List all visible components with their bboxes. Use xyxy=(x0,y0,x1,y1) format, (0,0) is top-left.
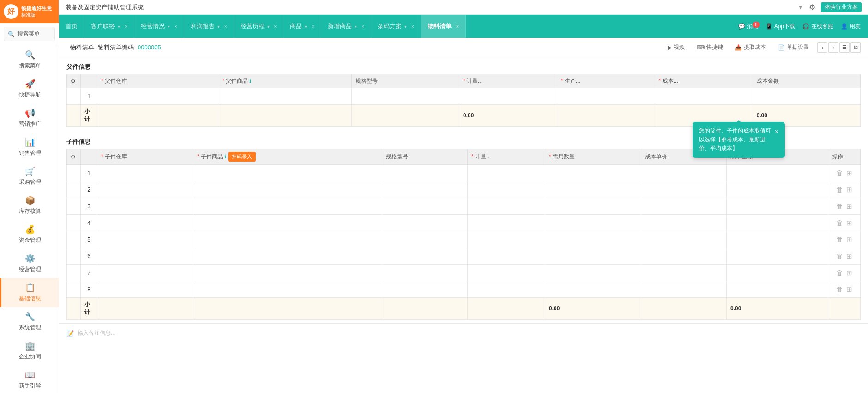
child-cell-cost-amount-3[interactable] xyxy=(727,198,828,215)
tab-close-new-goods[interactable]: × xyxy=(362,24,364,29)
copy-icon-8[interactable]: ⊞ xyxy=(846,285,852,293)
parent-cell-spec[interactable] xyxy=(351,88,459,105)
gear-icon[interactable]: ⚙ xyxy=(809,3,815,12)
parent-cell-cost-amount[interactable] xyxy=(753,88,860,105)
child-cell-unit-1[interactable] xyxy=(468,165,545,181)
child-cell-cost-amount-6[interactable] xyxy=(727,248,828,265)
tab-new-goods[interactable]: 新增商品▾× xyxy=(321,15,371,38)
list-view-btn[interactable]: ☰ xyxy=(839,42,850,53)
child-cell-warehouse-4[interactable] xyxy=(97,215,193,231)
child-cell-cost-amount-4[interactable] xyxy=(727,215,828,231)
child-cell-warehouse-2[interactable] xyxy=(97,181,193,198)
tab-close-goods[interactable]: × xyxy=(312,24,314,29)
message-btn[interactable]: 💬 消息 6 xyxy=(738,23,758,30)
child-cell-cost-amount-5[interactable] xyxy=(727,231,828,248)
tab-barcode[interactable]: 条码方案▾× xyxy=(371,15,421,38)
child-cell-unit-cost-2[interactable] xyxy=(641,181,726,198)
child-cell-spec-3[interactable] xyxy=(382,198,467,215)
tab-bom[interactable]: 物料清单× xyxy=(421,15,466,38)
sidebar-item-sales[interactable]: 📊销售管理 xyxy=(0,133,59,162)
child-cell-unit-3[interactable] xyxy=(468,198,545,215)
search-menu-button[interactable]: 🔍 搜索菜单 xyxy=(4,27,55,41)
sidebar-item-company[interactable]: 🏢企业协同 xyxy=(0,336,59,365)
child-cell-qty-1[interactable] xyxy=(545,165,641,181)
tab-close-profit[interactable]: × xyxy=(224,24,227,29)
child-cell-goods-8[interactable] xyxy=(193,281,382,298)
online-service-btn[interactable]: 🎧 在线客服 xyxy=(802,23,833,30)
sidebar-item-warehouse[interactable]: 📦库存核算 xyxy=(0,191,59,220)
delete-icon-6[interactable]: 🗑 xyxy=(836,252,843,260)
child-cell-spec-5[interactable] xyxy=(382,231,467,248)
tab-home[interactable]: 首页 xyxy=(59,15,84,38)
copy-icon-5[interactable]: ⊞ xyxy=(846,236,852,243)
copy-icon-2[interactable]: ⊞ xyxy=(846,186,852,193)
experience-btn[interactable]: 体验行业方案 xyxy=(821,2,862,12)
child-cell-goods-3[interactable] xyxy=(193,198,382,215)
child-cell-unit-6[interactable] xyxy=(468,248,545,265)
tab-profit[interactable]: 利润报告▾× xyxy=(184,15,234,38)
sidebar-item-finance[interactable]: 💰资金管理 xyxy=(0,220,59,249)
tab-operations[interactable]: 经营情况▾× xyxy=(134,15,184,38)
child-cell-warehouse-6[interactable] xyxy=(97,248,193,265)
child-cell-unit-cost-8[interactable] xyxy=(641,281,726,298)
child-cell-unit-cost-5[interactable] xyxy=(641,231,726,248)
prev-arrow[interactable]: ‹ xyxy=(817,42,827,53)
child-cell-goods-4[interactable] xyxy=(193,215,382,231)
child-cell-unit-cost-1[interactable] xyxy=(641,165,726,181)
child-cell-warehouse-8[interactable] xyxy=(97,281,193,298)
delete-icon-1[interactable]: 🗑 xyxy=(836,169,843,177)
child-cell-goods-1[interactable] xyxy=(193,165,382,181)
col-settings-icon[interactable]: ⚙ xyxy=(71,78,76,85)
copy-icon-7[interactable]: ⊞ xyxy=(846,269,852,277)
sidebar-item-search[interactable]: 🔍搜索菜单 xyxy=(0,45,59,74)
extract-cost-btn[interactable]: 📥 提取成本 xyxy=(731,42,770,53)
child-cell-warehouse-1[interactable] xyxy=(97,165,193,181)
copy-icon-3[interactable]: ⊞ xyxy=(846,202,852,210)
parent-cell-cost[interactable] xyxy=(655,88,753,105)
parent-cell-unit[interactable] xyxy=(459,88,557,105)
child-cell-unit-cost-7[interactable] xyxy=(641,265,726,281)
delete-icon-4[interactable]: 🗑 xyxy=(836,219,843,227)
child-col-settings-icon[interactable]: ⚙ xyxy=(71,154,76,160)
child-cell-unit-7[interactable] xyxy=(468,265,545,281)
single-settings-btn[interactable]: 📄 单据设置 xyxy=(774,42,813,53)
sidebar-item-ops-mgmt[interactable]: ⚙️经营管理 xyxy=(0,249,59,278)
next-arrow[interactable]: › xyxy=(828,42,838,53)
scan-input-btn[interactable]: 扫码录入 xyxy=(228,152,256,162)
child-cell-cost-amount-7[interactable] xyxy=(727,265,828,281)
child-cell-spec-8[interactable] xyxy=(382,281,467,298)
child-cell-warehouse-5[interactable] xyxy=(97,231,193,248)
close-page-btn[interactable]: ⊠ xyxy=(850,42,861,53)
child-cell-spec-7[interactable] xyxy=(382,265,467,281)
child-cell-unit-2[interactable] xyxy=(468,181,545,198)
child-cell-qty-4[interactable] xyxy=(545,215,641,231)
copy-icon-6[interactable]: ⊞ xyxy=(846,252,852,260)
tab-close-operations[interactable]: × xyxy=(175,24,177,29)
child-cell-unit-cost-6[interactable] xyxy=(641,248,726,265)
child-cell-qty-3[interactable] xyxy=(545,198,641,215)
delete-icon-8[interactable]: 🗑 xyxy=(836,285,843,293)
tab-customer[interactable]: 客户联络▾× xyxy=(84,15,134,38)
delete-icon-7[interactable]: 🗑 xyxy=(836,269,843,277)
sidebar-item-marketing[interactable]: 📢营销推广 xyxy=(0,103,59,133)
view-btn[interactable]: ▶ 视频 xyxy=(664,42,688,53)
sidebar-item-base-info[interactable]: 📋基础信息 xyxy=(0,278,59,307)
child-cell-unit-4[interactable] xyxy=(468,215,545,231)
copy-icon-1[interactable]: ⊞ xyxy=(846,169,852,177)
shortcut-btn[interactable]: ⌨ 快捷键 xyxy=(693,42,727,53)
child-cell-goods-7[interactable] xyxy=(193,265,382,281)
child-cell-unit-cost-3[interactable] xyxy=(641,198,726,215)
child-cell-qty-7[interactable] xyxy=(545,265,641,281)
child-cell-qty-6[interactable] xyxy=(545,248,641,265)
child-cell-spec-2[interactable] xyxy=(382,181,467,198)
child-cell-cost-amount-8[interactable] xyxy=(727,281,828,298)
child-cell-cost-amount-2[interactable] xyxy=(727,181,828,198)
child-cell-qty-2[interactable] xyxy=(545,181,641,198)
tab-close-bom[interactable]: × xyxy=(456,24,459,29)
child-cell-qty-8[interactable] xyxy=(545,281,641,298)
sidebar-item-quick-nav[interactable]: 🚀快捷导航 xyxy=(0,74,59,103)
breadcrumb-bom[interactable]: 物料清单 xyxy=(66,43,98,52)
child-cell-goods-5[interactable] xyxy=(193,231,382,248)
delete-icon-3[interactable]: 🗑 xyxy=(836,202,843,210)
child-cell-goods-6[interactable] xyxy=(193,248,382,265)
